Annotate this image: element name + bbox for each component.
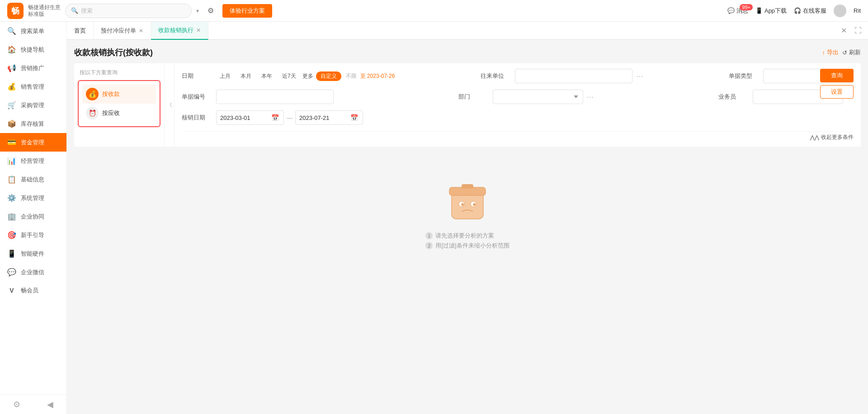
sidebar-item-label: 采购管理 bbox=[21, 101, 44, 109]
collapse-more-button[interactable]: ⋀⋀ 收起更多条件 bbox=[810, 133, 854, 141]
online-service-button[interactable]: 🎧 在线客服 bbox=[794, 7, 826, 15]
app-download-button[interactable]: 📱 App下载 bbox=[755, 7, 787, 15]
dept-select[interactable] bbox=[493, 90, 583, 104]
top-bar: 畅 畅捷通好生意 标准版 🔍 搜索 ▾ ⚙ 体验行业方案 💬 消息 99+ 📱 … bbox=[0, 0, 868, 22]
collapse-up-icon: ⋀⋀ bbox=[810, 134, 819, 141]
collapse-icon: 《 bbox=[167, 101, 172, 109]
sidebar-item-label: 资金管理 bbox=[21, 138, 44, 147]
sidebar-item-operation[interactable]: 📊 经营管理 bbox=[0, 152, 66, 170]
empty-hints: 1 请先选择要分析的方案 2 用[过滤]条件来缩小分析范围 bbox=[425, 232, 509, 250]
system-icon: ⚙️ bbox=[7, 194, 16, 202]
sidebar-bottom: ⚙ ◀ bbox=[0, 395, 66, 414]
verify-end-input[interactable]: 2023-07-21 📅 bbox=[295, 110, 363, 125]
sidebar-item-label: 新手引导 bbox=[21, 231, 44, 239]
verify-start-input[interactable]: 2023-03-01 📅 bbox=[216, 110, 284, 125]
filter-sidebar-title: 按以下方案查询 bbox=[78, 69, 160, 76]
sidebar-item-member[interactable]: V 畅会员 bbox=[0, 281, 66, 300]
sidebar-item-system[interactable]: ⚙️ 系统管理 bbox=[0, 189, 66, 207]
tab-home[interactable]: 首页 bbox=[67, 22, 94, 40]
sidebar-item-inventory[interactable]: 📦 库存核算 bbox=[0, 114, 66, 133]
svg-rect-0 bbox=[452, 192, 483, 219]
tab-collection-label: 收款核销执行 bbox=[158, 26, 193, 34]
purchase-icon: 🛒 bbox=[7, 101, 16, 109]
sidebar-item-label: 企业协同 bbox=[21, 213, 44, 221]
sidebar-collapse-icon[interactable]: ◀ bbox=[47, 400, 53, 409]
search-chevron-icon[interactable]: ▾ bbox=[196, 8, 199, 14]
partner-label: 往来单位 bbox=[481, 72, 508, 80]
page-content: 收款核销执行(按收款) ↑ 导出 ↺ 刷新 按以下方案查询 bbox=[67, 40, 868, 414]
tab-close-all-icon[interactable]: ✕ bbox=[837, 24, 850, 37]
search-box[interactable]: 🔍 搜索 bbox=[65, 4, 192, 18]
date-range-dash: — bbox=[287, 114, 292, 121]
refresh-button[interactable]: ↺ 刷新 bbox=[842, 48, 861, 57]
sidebar-item-label: 畅会员 bbox=[21, 286, 38, 295]
operation-icon: 📊 bbox=[7, 157, 16, 165]
sidebar-item-basic[interactable]: 📋 基础信息 bbox=[0, 170, 66, 189]
receipt-option-icon: 💰 bbox=[86, 88, 99, 100]
date-label: 日期 bbox=[182, 72, 209, 80]
message-icon: 💬 bbox=[727, 7, 735, 14]
order-no-input[interactable] bbox=[216, 90, 334, 104]
tab-collection[interactable]: 收款核销执行 ✕ bbox=[151, 22, 208, 40]
sidebar-item-wechat[interactable]: 💬 企业微信 bbox=[0, 263, 66, 281]
basic-icon: 📋 bbox=[7, 175, 16, 184]
date-tab-thisyear[interactable]: 本年 bbox=[258, 71, 276, 81]
export-icon: ↑ bbox=[822, 49, 826, 56]
filter-option-receivable[interactable]: ⏰ 按应收 bbox=[82, 104, 156, 123]
date-tab-custom[interactable]: 自定义 bbox=[316, 71, 341, 81]
export-button[interactable]: ↑ 导出 bbox=[822, 48, 839, 57]
sidebar-item-guide[interactable]: 🎯 新手引导 bbox=[0, 226, 66, 244]
sidebar-item-label: 营销推广 bbox=[21, 64, 44, 72]
sidebar-item-finance[interactable]: 💳 资金管理 bbox=[0, 133, 66, 152]
tab-bar: 首页 预付冲应付单 ✕ 收款核销执行 ✕ ✕ ⛶ bbox=[67, 22, 868, 40]
sidebar-item-enterprise[interactable]: 🏢 企业协同 bbox=[0, 207, 66, 226]
date-tab-thismonth[interactable]: 本月 bbox=[237, 71, 255, 81]
sidebar-item-hardware[interactable]: 📱 智能硬件 bbox=[0, 244, 66, 263]
query-button[interactable]: 查询 bbox=[820, 69, 854, 82]
sidebar-item-label: 搜索菜单 bbox=[21, 27, 44, 35]
top-bar-right: 💬 消息 99+ 📱 App下载 🎧 在线客服 Rit bbox=[727, 5, 861, 17]
sidebar-item-label: 基础信息 bbox=[21, 176, 44, 184]
sidebar-item-label: 销售管理 bbox=[21, 83, 44, 91]
sidebar-item-purchase[interactable]: 🛒 采购管理 bbox=[0, 96, 66, 114]
filter-row-3: 核销日期 2023-03-01 📅 — 2023-07-21 📅 bbox=[182, 110, 854, 125]
sidebar: 🔍 搜索菜单 🏠 快捷导航 📢 营销推广 💰 销售管理 🛒 采购管理 📦 库存核… bbox=[0, 22, 67, 414]
app-logo: 畅 bbox=[7, 3, 24, 19]
empty-hint-1: 1 请先选择要分析的方案 bbox=[425, 232, 509, 240]
date-tab-prevmonth[interactable]: 上月 bbox=[216, 71, 234, 81]
filter-option-receipt[interactable]: 💰 按收款 bbox=[82, 85, 156, 104]
receivable-option-icon: ⏰ bbox=[86, 107, 99, 119]
partner-ellipsis[interactable]: ··· bbox=[636, 71, 643, 81]
filter-collapse-arrow[interactable]: 《 bbox=[165, 63, 175, 147]
filter-sidebar: 按以下方案查询 💰 按收款 ⏰ 按应收 bbox=[74, 63, 165, 147]
tab-prepay-close-icon[interactable]: ✕ bbox=[139, 28, 143, 34]
settings-button[interactable]: 设置 bbox=[820, 85, 854, 99]
tab-collection-close-icon[interactable]: ✕ bbox=[196, 27, 201, 33]
date-tab-last7[interactable]: 近7天 bbox=[278, 71, 300, 81]
filter-options-box: 💰 按收款 ⏰ 按应收 bbox=[78, 80, 160, 127]
wechat-icon: 💬 bbox=[7, 268, 16, 276]
date-tab-more[interactable]: 更多 bbox=[302, 72, 313, 80]
verify-date-range: 2023-03-01 📅 — 2023-07-21 📅 bbox=[216, 110, 363, 125]
sidebar-item-sales[interactable]: 💰 销售管理 bbox=[0, 77, 66, 96]
partner-input[interactable] bbox=[515, 69, 632, 83]
receipt-option-label: 按收款 bbox=[102, 90, 120, 98]
headset-icon: 🎧 bbox=[794, 7, 801, 14]
hint-num-1: 1 bbox=[425, 232, 433, 239]
sidebar-gear-icon[interactable]: ⚙ bbox=[13, 400, 20, 409]
tab-prepay[interactable]: 预付冲应付单 ✕ bbox=[94, 22, 151, 40]
settings-icon[interactable]: ⚙ bbox=[203, 4, 218, 18]
sidebar-item-marketing[interactable]: 📢 营销推广 bbox=[0, 59, 66, 77]
messages-button[interactable]: 💬 消息 99+ bbox=[727, 7, 748, 15]
sidebar-item-search[interactable]: 🔍 搜索菜单 bbox=[0, 22, 66, 40]
empty-illustration bbox=[440, 174, 495, 228]
tab-expand-icon[interactable]: ⛶ bbox=[852, 24, 864, 37]
main-content: 首页 预付冲应付单 ✕ 收款核销执行 ✕ ✕ ⛶ 收款核销执行(按收款) ↑ 导… bbox=[67, 22, 868, 414]
app-name: 畅捷通好生意 bbox=[28, 4, 61, 10]
cta-button[interactable]: 体验行业方案 bbox=[222, 4, 272, 18]
sidebar-item-label: 智能硬件 bbox=[21, 250, 44, 258]
refresh-icon: ↺ bbox=[842, 49, 847, 56]
sidebar-item-quicknav[interactable]: 🏠 快捷导航 bbox=[0, 40, 66, 59]
dept-ellipsis[interactable]: ··· bbox=[587, 92, 594, 102]
date-to: 至 2023-07-26 bbox=[360, 72, 395, 80]
